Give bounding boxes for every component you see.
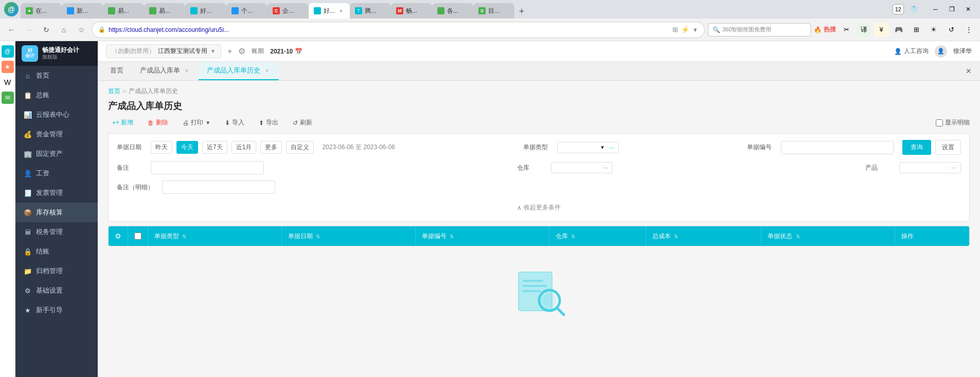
add-company-button[interactable]: + xyxy=(227,47,232,56)
refresh-button[interactable]: ↻ xyxy=(39,23,54,37)
content-tab-history-close[interactable]: × xyxy=(263,67,271,74)
filter-settings-button[interactable]: 设置 xyxy=(935,140,961,155)
date-btn-1month[interactable]: 近1月 xyxy=(231,141,257,154)
app-logo-icon[interactable]: @ xyxy=(2,45,14,58)
add-button[interactable]: + + 新增 xyxy=(108,116,137,129)
translate-icon[interactable]: 译 xyxy=(857,23,871,37)
browser-tab-12[interactable]: S 目... xyxy=(473,3,514,19)
date-btn-yesterday[interactable]: 昨天 xyxy=(151,141,172,154)
forward-button[interactable]: → xyxy=(22,23,36,37)
sidebar-icon-weibo[interactable]: W xyxy=(2,76,14,88)
content-tab-home[interactable]: 首页 xyxy=(102,62,132,80)
tab-8-close[interactable]: × xyxy=(337,7,345,14)
col-header-doc-type[interactable]: 单据类型 ⇅ xyxy=(148,226,282,246)
sidebar-item-payroll[interactable]: 👤 工资 xyxy=(15,164,98,183)
close-button[interactable]: ✕ xyxy=(960,3,976,15)
col-header-warehouse[interactable]: 仓库 ⇅ xyxy=(549,226,646,246)
restore-button[interactable]: ❐ xyxy=(944,3,959,15)
sidebar-item-archive[interactable]: 📁 归档管理 xyxy=(15,261,98,281)
sidebar-item-fund[interactable]: 💰 资金管理 xyxy=(15,124,98,144)
content-tab-list[interactable]: 产成品入库单 × xyxy=(132,62,199,80)
print-button[interactable]: 🖨 打印 ▼ xyxy=(179,116,215,129)
sidebar-item-home[interactable]: ⌂ 首页 xyxy=(15,66,98,85)
import-button[interactable]: ⬇ 导入 xyxy=(221,116,248,129)
sidebar-item-tax[interactable]: 🏛 税务管理 xyxy=(15,222,98,242)
query-button[interactable]: 查询 xyxy=(902,140,931,155)
svg-point-5 xyxy=(542,293,557,308)
browser-tab-2[interactable]: 新... xyxy=(62,3,103,19)
browser-tab-4[interactable]: 易... xyxy=(144,3,185,19)
bookmark-button[interactable]: ☆ xyxy=(74,23,88,37)
date-btn-today[interactable]: 今天 xyxy=(176,141,198,154)
browser-tab-6[interactable]: 个... xyxy=(226,3,268,19)
human-service-button[interactable]: 👤 人工咨询 xyxy=(894,47,929,56)
refresh-button[interactable]: ↺ 刷新 xyxy=(289,116,316,129)
content-tab-history[interactable]: 产成品入库单历史 × xyxy=(199,62,279,80)
col-header-total-cost[interactable]: 总成本 ⇅ xyxy=(646,226,761,246)
note-detail-input[interactable] xyxy=(162,181,275,194)
col-header-doc-status[interactable]: 单据状态 ⇅ xyxy=(761,226,895,246)
select-all-checkbox[interactable] xyxy=(134,232,141,240)
browser-tab-3[interactable]: 易... xyxy=(103,3,144,19)
table-gear-icon[interactable]: ⚙ xyxy=(115,232,121,240)
calendar-icon[interactable]: 📅 xyxy=(295,48,302,55)
settings2-icon[interactable]: ⋮ xyxy=(961,23,976,37)
tab-3-icon xyxy=(108,7,115,14)
sidebar-item-settings[interactable]: ⚙ 基础设置 xyxy=(15,281,98,300)
user-name[interactable]: 徐泽华 xyxy=(953,47,972,56)
browser-tab-8[interactable]: 好... × xyxy=(309,3,350,19)
collapse-button[interactable]: ∧ 收起更多条件 xyxy=(517,203,561,212)
sidebar-item-ledger[interactable]: 📋 总账 xyxy=(15,85,98,105)
address-bar[interactable]: 🔒 https://cloud.chanjet.com/accounting/u… xyxy=(92,22,705,38)
grid2-icon[interactable]: ⊞ xyxy=(909,23,923,37)
money-icon[interactable]: ¥ xyxy=(874,23,888,37)
sidebar-item-close[interactable]: 🔒 结账 xyxy=(15,242,98,261)
col-header-doc-date[interactable]: 单据日期 ⇅ xyxy=(281,226,415,246)
content-tab-list-close[interactable]: × xyxy=(183,67,190,74)
export-button[interactable]: ⬆ 导出 xyxy=(255,116,282,129)
warehouse-select[interactable]: ··· xyxy=(551,162,613,173)
date-btn-7days[interactable]: 近7天 xyxy=(202,141,227,154)
close-panel-button[interactable]: ✕ xyxy=(961,65,976,77)
sidebar-item-inventory[interactable]: 📦 库存核算 xyxy=(15,203,98,222)
product-select[interactable]: ··· xyxy=(899,162,961,173)
doc-number-input[interactable] xyxy=(781,141,894,154)
search-360-input[interactable]: 🔍 360智能抠图免费用 xyxy=(708,23,811,37)
sidebar-icon-mail[interactable]: ✉ xyxy=(2,92,14,104)
scissors-icon[interactable]: ✂ xyxy=(839,23,853,37)
browser-tab-10[interactable]: M 畅... xyxy=(391,3,432,19)
sync-icon[interactable]: ↺ xyxy=(944,23,958,37)
browser-tab-7[interactable]: C 企... xyxy=(268,3,309,19)
settings-gear-icon[interactable]: ⚙ xyxy=(238,46,245,56)
period-label: 账期 xyxy=(252,47,264,56)
sidebar-item-guide[interactable]: ★ 新手引导 xyxy=(15,300,98,320)
minimize-button[interactable]: ─ xyxy=(928,3,943,15)
browser-tab-9[interactable]: T 腾... xyxy=(350,3,391,19)
browser-tab-5[interactable]: 好... xyxy=(185,3,226,19)
date-btn-custom[interactable]: 自定义 xyxy=(286,141,314,154)
user-avatar[interactable]: 👤 xyxy=(935,45,947,58)
inventory-icon: 📦 xyxy=(24,208,32,217)
browser-tab-11[interactable]: 各... xyxy=(432,3,473,19)
sidebar-item-invoice[interactable]: 🧾 发票管理 xyxy=(15,183,98,203)
browser-tab-1[interactable]: ● 在... xyxy=(21,3,62,19)
breadcrumb-home[interactable]: 首页 xyxy=(108,87,120,96)
company-selector[interactable]: （勿删勿禁用） 江西磐宝测试专用 ▼ xyxy=(106,44,221,58)
back-button[interactable]: ← xyxy=(4,23,19,37)
home-button[interactable]: ⌂ xyxy=(57,23,71,37)
game-icon[interactable]: 🎮 xyxy=(892,23,906,37)
new-tab-button[interactable]: + xyxy=(514,4,529,19)
tab-5-label: 好... xyxy=(200,7,211,15)
sidebar-item-report[interactable]: 📊 云报表中心 xyxy=(15,105,98,124)
sidebar-icon-orange[interactable]: ★ xyxy=(2,61,14,73)
sidebar-item-fixed[interactable]: 🏢 固定资产 xyxy=(15,144,98,164)
delete-button[interactable]: 🗑 删除 xyxy=(144,116,172,129)
sun-icon[interactable]: ☀ xyxy=(926,23,941,37)
col-header-doc-number[interactable]: 单据编号 ⇅ xyxy=(415,226,549,246)
date-btn-more[interactable]: 更多 xyxy=(260,141,282,154)
hot-search-button[interactable]: 🔥 热搜 xyxy=(814,25,836,34)
doc-type-select[interactable]: ▼ ··· xyxy=(557,142,619,153)
nav-sidebar: 好会计 畅捷通好会计 旗舰版 ⌂ 首页 📋 总账 📊 云报表中心 xyxy=(15,41,98,377)
show-columns-checkbox[interactable] xyxy=(936,119,943,127)
note-input[interactable] xyxy=(151,161,264,174)
